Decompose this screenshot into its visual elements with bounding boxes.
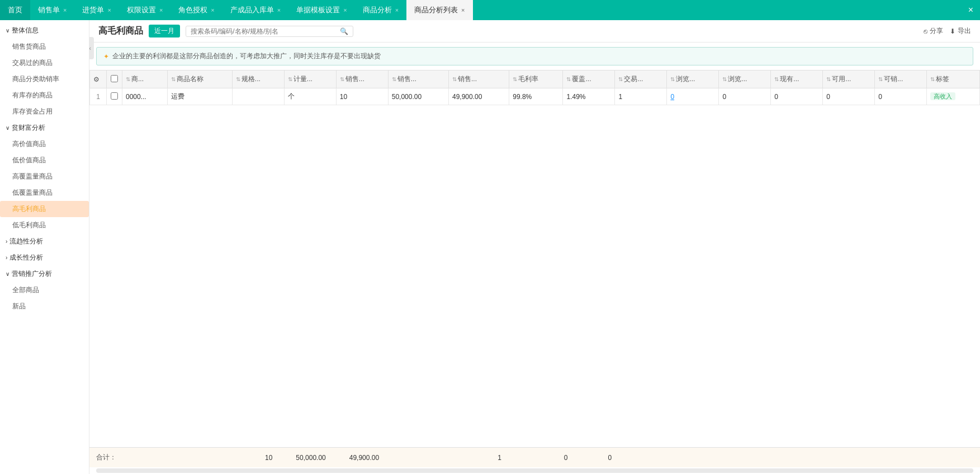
col-sellable[interactable]: ⇅可销... (875, 71, 927, 88)
col-sales-cost[interactable]: ⇅销售... (449, 71, 509, 88)
sidebar-item-in-stock[interactable]: 有库存的商品 (0, 87, 89, 104)
sidebar-group-wealth[interactable]: ∨ 贫财富分析 (0, 120, 89, 136)
sidebar-group-marketing[interactable]: ∨ 营销推广分析 (0, 266, 89, 282)
footer-sales-amount: 50,000.00 (292, 454, 329, 462)
content-header: 高毛利商品 近一月 🔍 ⎋ 分享 ⬇ 导出 (89, 20, 980, 43)
sidebar-group-growth[interactable]: › 成长性分析 (0, 250, 89, 266)
expand-arrow-icon: ∨ (6, 27, 10, 34)
nav-template[interactable]: 单据模板设置 × (288, 0, 354, 20)
col-tag[interactable]: ⇅标签 (927, 71, 980, 88)
status-badge: 高收入 (930, 92, 955, 100)
col-available[interactable]: ⇅可用... (823, 71, 875, 88)
col-gross-rate[interactable]: ⇅毛利率 (509, 71, 563, 88)
search-icon[interactable]: 🔍 (340, 27, 348, 35)
expand-arrow-icon: › (6, 238, 7, 245)
row-available: 0 (823, 88, 875, 105)
sidebar-item-new-goods[interactable]: 新品 (0, 298, 89, 315)
nav-role[interactable]: 角色授权 × (171, 0, 222, 20)
row-code: 0000... (122, 88, 168, 105)
sidebar-item-low-margin[interactable]: 低毛利商品 (0, 217, 89, 233)
row-sales-qty: 10 (336, 88, 388, 105)
row-stock-now: 0 (771, 88, 823, 105)
sidebar: ∨ 整体信息 销售货商品 交易过的商品 商品分类助销率 有库存的商品 库存资金占… (0, 20, 89, 474)
col-browse1[interactable]: ⇅浏览... (667, 71, 719, 88)
footer-sellable: 0 (605, 454, 616, 462)
table-row: 1 0000... 运费 个 10 50,000.00 49,900.00 99… (90, 88, 980, 105)
global-close-button[interactable]: × (962, 0, 980, 20)
export-button[interactable]: ⬇ 导出 (950, 26, 971, 36)
data-table: ⚙ ⇅商... ⇅商品名称 ⇅规格... ⇅计量... ⇅销售... ⇅销售..… (89, 70, 980, 105)
col-unit[interactable]: ⇅计量... (284, 71, 336, 88)
expand-arrow-icon: ∨ (6, 125, 10, 131)
col-stock-now[interactable]: ⇅现有... (771, 71, 823, 88)
row-gross-rate: 99.8% (509, 88, 563, 105)
col-checkbox[interactable] (107, 71, 122, 88)
content-area: « 高毛利商品 近一月 🔍 ⎋ 分享 ⬇ 导出 ✦ (89, 20, 980, 474)
search-box: 🔍 (186, 26, 353, 37)
sidebar-item-high-coverage[interactable]: 高覆盖量商品 (0, 168, 89, 185)
sidebar-group-trend[interactable]: › 流趋性分析 (0, 233, 89, 250)
nav-analysis-list[interactable]: 商品分析列表 × (406, 0, 472, 20)
date-filter-button[interactable]: 近一月 (149, 25, 180, 37)
nav-purchase[interactable]: 进货单 × (74, 0, 119, 20)
footer-cells: 10 50,000.00 49,900.00 1 0 0 (150, 454, 973, 462)
row-select-checkbox[interactable] (111, 92, 118, 100)
horizontal-scrollbar[interactable] (96, 468, 973, 473)
sidebar-item-low-coverage[interactable]: 低覆盖量商品 (0, 185, 89, 201)
footer-total-label: 合计： (96, 453, 116, 462)
select-all-checkbox[interactable] (111, 75, 118, 82)
footer-sales-cost: 49,900.00 (346, 454, 382, 462)
info-icon: ✦ (103, 53, 109, 60)
col-trade[interactable]: ⇅交易... (615, 71, 667, 88)
sidebar-item-sales-goods[interactable]: 销售货商品 (0, 39, 89, 55)
col-sales-amount[interactable]: ⇅销售... (388, 71, 448, 88)
nav-sales[interactable]: 销售单 × (30, 0, 74, 20)
row-tag: 高收入 (927, 88, 980, 105)
header-actions: ⎋ 分享 ⬇ 导出 (924, 26, 971, 36)
row-browse2: 0 (719, 88, 771, 105)
row-browse1[interactable]: 0 (667, 88, 719, 105)
close-icon[interactable]: × (461, 7, 465, 13)
nav-product-in[interactable]: 产成品入库单 × (222, 0, 288, 20)
close-icon[interactable]: × (107, 7, 111, 13)
nav-permission[interactable]: 权限设置 × (119, 0, 171, 20)
col-code[interactable]: ⇅商... (122, 71, 168, 88)
sidebar-item-low-value[interactable]: 低价值商品 (0, 152, 89, 168)
close-icon[interactable]: × (343, 7, 347, 13)
footer-bar: 合计： 10 50,000.00 49,900.00 1 0 0 (89, 447, 980, 467)
sidebar-item-category-rate[interactable]: 商品分类助销率 (0, 71, 89, 87)
sidebar-item-high-margin[interactable]: 高毛利商品 (0, 201, 89, 217)
sidebar-item-all-goods[interactable]: 全部商品 (0, 282, 89, 298)
expand-arrow-icon: › (6, 255, 7, 261)
nav-home[interactable]: 首页 (0, 0, 30, 20)
close-icon[interactable]: × (159, 7, 163, 13)
search-input[interactable] (191, 27, 340, 35)
sidebar-collapse-button[interactable]: « (89, 37, 94, 59)
sidebar-item-high-value[interactable]: 高价值商品 (0, 136, 89, 152)
col-settings[interactable]: ⚙ (90, 71, 107, 88)
nav-analysis[interactable]: 商品分析 × (355, 0, 406, 20)
col-browse2[interactable]: ⇅浏览... (719, 71, 771, 88)
col-name[interactable]: ⇅商品名称 (168, 71, 233, 88)
footer-available: 0 (561, 454, 571, 462)
close-icon[interactable]: × (211, 7, 214, 13)
table-header-row: ⚙ ⇅商... ⇅商品名称 ⇅规格... ⇅计量... ⇅销售... ⇅销售..… (90, 71, 980, 88)
top-nav: 首页 销售单 × 进货单 × 权限设置 × 角色授权 × 产成品入库单 × 单据… (0, 0, 980, 20)
sidebar-item-stock-capital[interactable]: 库存资金占用 (0, 104, 89, 120)
row-sellable: 0 (875, 88, 927, 105)
close-icon[interactable]: × (395, 7, 399, 13)
sidebar-group-overall[interactable]: ∨ 整体信息 (0, 22, 89, 39)
share-button[interactable]: ⎋ 分享 (924, 26, 943, 36)
col-coverage[interactable]: ⇅覆盖... (563, 71, 615, 88)
col-sales-qty[interactable]: ⇅销售... (336, 71, 388, 88)
row-sales-cost: 49,900.00 (449, 88, 509, 105)
close-icon[interactable]: × (63, 7, 67, 13)
page-title: 高毛利商品 (98, 25, 143, 37)
col-spec[interactable]: ⇅规格... (232, 71, 284, 88)
row-name: 运费 (168, 88, 233, 105)
share-icon: ⎋ (924, 27, 927, 35)
close-icon[interactable]: × (277, 7, 281, 13)
row-checkbox[interactable] (107, 88, 122, 105)
row-sales-amount: 50,000.00 (388, 88, 448, 105)
sidebar-item-traded-goods[interactable]: 交易过的商品 (0, 55, 89, 71)
